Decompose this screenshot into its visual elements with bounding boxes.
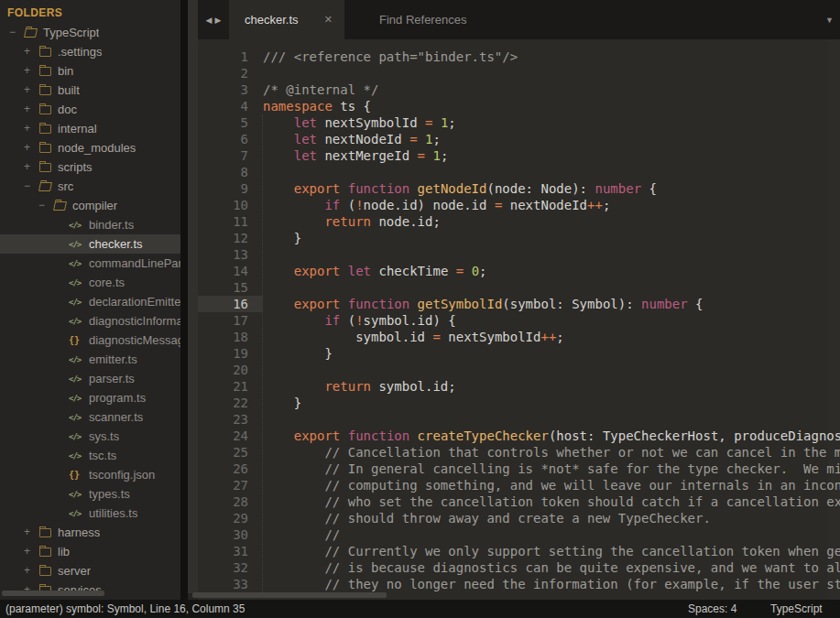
code-line-26[interactable]: 26 // In general cancelling is *not* saf… [198,461,840,477]
expand-icon[interactable]: + [24,561,39,580]
expand-icon[interactable]: + [24,119,39,138]
sidebar-item-utilities-ts[interactable]: </>utilities.ts [0,504,180,523]
code-line-9[interactable]: 9 export function getNodeId(node: Node):… [198,180,840,197]
sidebar-item-node-modules[interactable]: +node_modules [0,138,180,157]
expand-icon[interactable]: + [24,42,39,61]
sidebar-item-program-ts[interactable]: </>program.ts [0,388,180,407]
code-line-29[interactable]: 29 // should throw away and create a new… [198,510,840,526]
code-line-7[interactable]: 7 let nextMergeId = 1; [198,147,840,164]
code-text: return symbol.id; [263,378,456,395]
sidebar-item-bin[interactable]: +bin [0,61,180,81]
code-line-31[interactable]: 31 // Currently we only support setting … [198,543,840,559]
code-line-15[interactable]: 15 [198,279,840,296]
expand-icon[interactable]: + [24,61,39,81]
expand-icon[interactable]: + [24,138,39,157]
sidebar-item-diagnosticmessag[interactable]: {}diagnosticMessag [0,331,180,350]
tab-checker-ts[interactable]: checker.ts ✕ [229,0,344,39]
code-line-6[interactable]: 6 let nextNodeId = 1; [198,131,840,147]
code-line-24[interactable]: 24 export function createTypeChecker(hos… [198,428,840,444]
code-line-23[interactable]: 23 [198,411,840,428]
code-line-27[interactable]: 27 // computing something, and we will l… [198,477,840,493]
code-line-33[interactable]: 33 // they no longer need the informatio… [198,576,840,592]
file-code-icon: </> [69,509,87,518]
code-line-25[interactable]: 25 // Cancellation that controls whether… [198,444,840,461]
tree-item-label: scripts [58,160,93,174]
sidebar-item-checker-ts[interactable]: </>checker.ts [0,234,180,254]
sidebar-item-lib[interactable]: +lib [0,542,180,561]
code-line-32[interactable]: 32 // is because diagnostics can be quit… [198,559,840,576]
sidebar-item-built[interactable]: +built [0,81,180,100]
sidebar-item-doc[interactable]: +doc [0,100,180,119]
code-line-3[interactable]: 3/* @internal */ [198,81,840,98]
code-line-17[interactable]: 17 if (!symbol.id) { [198,312,840,329]
expand-icon[interactable]: + [24,157,39,177]
file-code-icon: </> [69,490,87,499]
code-line-12[interactable]: 12 } [198,230,840,246]
sidebar-item-harness[interactable]: +harness [0,523,180,542]
sidebar-horizontal-scrollbar[interactable] [2,591,104,596]
sidebar-vertical-scrollbar[interactable] [188,0,198,593]
tree-item-label: declarationEmitte [89,295,180,309]
sidebar-item-scanner-ts[interactable]: </>scanner.ts [0,407,180,427]
sidebar-item-diagnosticinforma[interactable]: </>diagnosticInforma [0,311,180,331]
line-number: 24 [198,428,263,444]
sidebar-item-commandlinepar[interactable]: </>commandLinePar [0,254,180,273]
collapse-icon[interactable]: − [38,196,54,215]
sidebar-item-types-ts[interactable]: </>types.ts [0,484,180,504]
expand-icon[interactable]: + [24,523,39,542]
line-number: 2 [198,65,263,81]
code-line-19[interactable]: 19 } [198,345,840,362]
code-line-30[interactable]: 30 // [198,526,840,543]
tab-close-icon[interactable]: ✕ [324,0,333,39]
status-language-selector[interactable]: TypeScript [770,600,823,618]
code-line-16[interactable]: 16 export function getSymbolId(symbol: S… [198,296,840,312]
sidebar-item-settings[interactable]: +.settings [0,42,180,61]
collapse-icon[interactable]: − [24,177,39,196]
tree-item-label: compiler [72,199,117,212]
sidebar-item-server[interactable]: +server [0,561,180,580]
code-line-11[interactable]: 11 return node.id; [198,213,840,230]
code-line-13[interactable]: 13 [198,246,840,263]
expand-icon[interactable]: + [24,100,39,119]
file-code-icon: </> [69,278,87,287]
code-line-21[interactable]: 21 return symbol.id; [198,378,840,395]
expand-icon[interactable]: + [24,81,39,100]
code-line-10[interactable]: 10 if (!node.id) node.id = nextNodeId++; [198,197,840,213]
code-line-4[interactable]: 4namespace ts { [198,98,840,114]
tab-scroll-left-icon[interactable]: ◀ [206,16,213,25]
tree-item-label: server [58,564,91,578]
sidebar-item-scripts[interactable]: +scripts [0,157,180,177]
sidebar-item-declarationemitte[interactable]: </>declarationEmitte [0,292,180,311]
code-line-2[interactable]: 2 [198,65,840,81]
expand-icon[interactable]: + [24,542,39,561]
sidebar-item-emitter-ts[interactable]: </>emitter.ts [0,350,180,369]
editor-horizontal-scrollbar[interactable] [192,592,387,598]
tab-overflow-button[interactable]: ▼ [825,0,834,39]
tab-scroll-right-icon[interactable]: ▶ [215,16,222,25]
sidebar-item-sys-ts[interactable]: </>sys.ts [0,427,180,446]
file-code-icon: </> [69,355,87,364]
sidebar-item-src[interactable]: −src [0,177,180,196]
tab-find-references[interactable]: Find References [344,0,555,39]
sidebar-item-tsconfig-json[interactable]: {}tsconfig.json [0,465,180,484]
code-line-1[interactable]: 1/// <reference path="binder.ts"/> [198,49,840,65]
sidebar-item-core-ts[interactable]: </>core.ts [0,273,180,292]
code-editor[interactable]: 1/// <reference path="binder.ts"/>23/* @… [198,39,840,600]
code-line-5[interactable]: 5 let nextSymbolId = 1; [198,114,840,131]
code-line-20[interactable]: 20 [198,362,840,378]
sidebar-item-typescript[interactable]: −TypeScript [0,23,180,42]
line-number: 29 [198,510,263,526]
code-line-8[interactable]: 8 [198,164,840,180]
code-line-18[interactable]: 18 symbol.id = nextSymbolId++; [198,329,840,345]
sidebar-item-binder-ts[interactable]: </>binder.ts [0,215,180,234]
sidebar-item-parser-ts[interactable]: </>parser.ts [0,369,180,388]
file-code-icon: </> [69,221,87,230]
collapse-icon[interactable]: − [9,23,25,42]
code-line-28[interactable]: 28 // who set the cancellation token sho… [198,493,840,510]
code-line-22[interactable]: 22 } [198,395,840,411]
code-line-14[interactable]: 14 export let checkTime = 0; [198,263,840,279]
status-indent-setting[interactable]: Spaces: 4 [688,600,736,618]
sidebar-item-tsc-ts[interactable]: </>tsc.ts [0,446,180,465]
sidebar-item-compiler[interactable]: −compiler [0,196,180,215]
sidebar-item-internal[interactable]: +internal [0,119,180,138]
